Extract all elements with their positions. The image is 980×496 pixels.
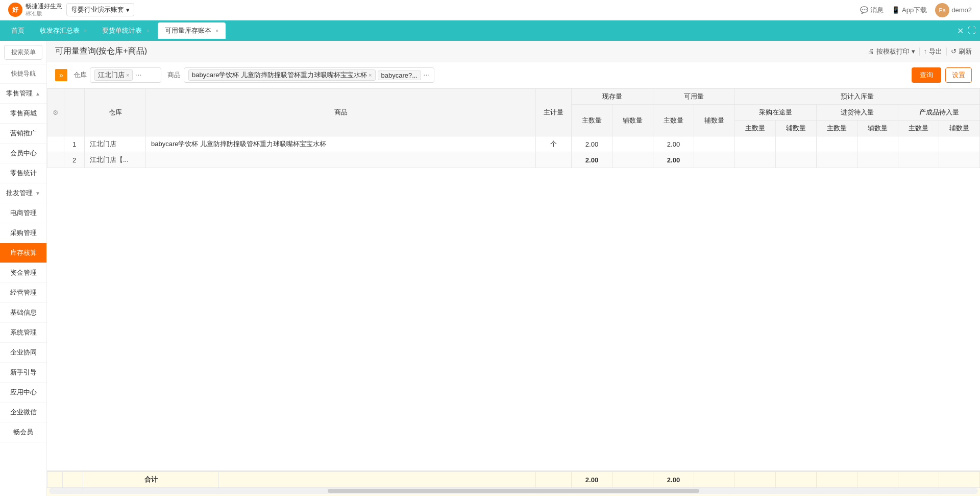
footer-num (63, 472, 83, 488)
sidebar: 搜索菜单 快捷导航 零售管理 ▲ 零售商城 营销推广 会员中心 零售统计 批发管… (0, 41, 47, 496)
tab-receive-label: 收发存汇总表 (40, 26, 80, 35)
filter-actions: 查询 设置 (912, 67, 972, 83)
sidebar-item-inventory-check-label: 库存核算 (10, 248, 37, 257)
tab-order-close[interactable]: × (146, 28, 149, 34)
tab-home[interactable]: 首页 (4, 22, 32, 39)
row1-production-main (898, 136, 939, 152)
print-btn[interactable]: 🖨 按模板打印 ▾ (868, 47, 915, 56)
tab-inventory[interactable]: 可用量库存账本 × (158, 22, 226, 39)
tab-order[interactable]: 要货单统计表 × (95, 22, 156, 39)
sidebar-item-vip[interactable]: 畅会员 (0, 422, 46, 442)
row1-warehouse: 江北门店 (85, 136, 146, 152)
gear-icon[interactable]: ⚙ (53, 109, 59, 116)
product-tag1-close[interactable]: × (369, 72, 372, 78)
col-incoming-header: 进货待入量 (817, 105, 898, 121)
message-btn[interactable]: 💬 消息 (860, 6, 884, 15)
sidebar-item-app-center-label: 应用中心 (10, 388, 37, 397)
row2-available-aux (694, 152, 735, 168)
row1-available-aux (694, 136, 735, 152)
warehouse-more-icon[interactable]: ··· (135, 70, 141, 80)
nav-expand-btn[interactable]: ⛶ (968, 26, 976, 35)
col-production-main-header: 主数量 (898, 121, 939, 136)
product-more-icon[interactable]: ··· (423, 70, 430, 80)
table-area: ⚙ 仓库 商品 主计量 现存量 (47, 88, 980, 470)
sidebar-search-area: 搜索菜单 (0, 41, 46, 64)
sidebar-item-marketing-label: 营销推广 (10, 129, 37, 138)
row2-current-main: 2.00 (572, 152, 612, 168)
row2-purchase-aux (776, 152, 817, 168)
nav-close-btn[interactable]: ✕ (957, 26, 964, 36)
sidebar-item-retail-mall[interactable]: 零售商城 (0, 104, 46, 124)
scrollbar-area[interactable] (49, 488, 978, 494)
search-menu-btn[interactable]: 搜索菜单 (4, 45, 42, 60)
tab-receive[interactable]: 收发存汇总表 × (33, 22, 94, 39)
product-tag2-text: babycare?... (381, 72, 418, 79)
row2-gear (47, 152, 64, 168)
row1-gear (47, 136, 64, 152)
row1-current-aux (612, 136, 653, 152)
tab-inventory-close[interactable]: × (215, 28, 218, 34)
scrollbar-thumb[interactable] (328, 489, 699, 493)
logo-area: 好 畅捷通好生意 标准版 (8, 3, 62, 17)
refresh-btn[interactable]: ↺ 刷新 (951, 47, 972, 56)
sidebar-item-retail-mgmt-label: 零售管理 (6, 89, 33, 98)
sidebar-item-basic-info[interactable]: 基础信息 (0, 303, 46, 323)
user-area[interactable]: Ea demo2 (935, 3, 972, 17)
settings-btn[interactable]: 设置 (945, 67, 972, 83)
sidebar-item-ecommerce[interactable]: 电商管理 (0, 203, 46, 223)
warehouse-tag-close[interactable]: × (126, 72, 129, 78)
sidebar-item-member[interactable]: 会员中心 (0, 144, 46, 163)
footer-available-aux (694, 472, 735, 488)
chevron-down-icon: ▾ (126, 6, 130, 14)
user-label: demo2 (951, 6, 972, 14)
sidebar-item-wholesale-mgmt[interactable]: 批发管理 ▼ (0, 183, 46, 203)
warehouse-filter-input[interactable]: 江北门店 × ··· (90, 67, 161, 83)
sidebar-item-retail-mgmt[interactable]: 零售管理 ▲ (0, 84, 46, 104)
sidebar-item-new-guide[interactable]: 新手引导 (0, 363, 46, 383)
industry-select[interactable]: 母婴行业演示账套 ▾ (66, 3, 134, 16)
export-btn[interactable]: ↑ 导出 (924, 47, 943, 56)
industry-select-label: 母婴行业演示账套 (71, 5, 124, 14)
footer-purchase-aux (776, 472, 817, 488)
page-actions: 🖨 按模板打印 ▾ ↑ 导出 ↺ 刷新 (868, 47, 972, 56)
sidebar-item-marketing[interactable]: 营销推广 (0, 124, 46, 144)
sidebar-item-operations-label: 经营管理 (10, 288, 37, 297)
product-filter-tag2: babycare?... (378, 70, 422, 80)
top-bar: 好 畅捷通好生意 标准版 母婴行业演示账套 ▾ 💬 消息 📱 App下载 Ea … (0, 0, 980, 20)
sidebar-item-operations[interactable]: 经营管理 (0, 283, 46, 303)
print-label: 按模板打印 (876, 47, 910, 56)
col-warehouse-header: 仓库 (85, 89, 146, 136)
table-footer: 合计 2.00 2.00 (47, 470, 980, 496)
row2-num: 2 (64, 152, 85, 168)
product-filter-input[interactable]: babycare学饮杯 儿童防摔防撞吸管杯重力球吸嘴杯宝宝水杯 × babyca… (184, 67, 434, 83)
logo-text: 畅捷通好生意 (26, 3, 62, 10)
app-download-btn[interactable]: 📱 App下载 (892, 6, 927, 15)
query-btn[interactable]: 查询 (912, 67, 941, 83)
print-icon: 🖨 (868, 48, 874, 55)
sidebar-item-purchase-label: 采购管理 (10, 228, 37, 238)
sidebar-item-wholesale-mgmt-label: 批发管理 (6, 188, 33, 198)
footer-unit (536, 472, 572, 488)
sidebar-item-retail-stats[interactable]: 零售统计 (0, 163, 46, 183)
sidebar-item-system[interactable]: 系统管理 (0, 323, 46, 343)
sidebar-quick-nav[interactable]: 快捷导航 (0, 64, 46, 84)
app-label: App下载 (902, 6, 927, 15)
filter-toggle-btn[interactable]: » (55, 69, 67, 81)
sidebar-item-purchase[interactable]: 采购管理 (0, 223, 46, 243)
sidebar-item-wechat[interactable]: 企业微信 (0, 403, 46, 422)
sidebar-item-app-center[interactable]: 应用中心 (0, 383, 46, 403)
tab-order-label: 要货单统计表 (102, 26, 142, 35)
sidebar-item-finance[interactable]: 资金管理 (0, 263, 46, 283)
footer-available-main: 2.00 (653, 472, 694, 488)
tab-inventory-label: 可用量库存账本 (165, 26, 211, 35)
logo-sub: 标准版 (26, 10, 62, 17)
col-planned-inbound-header: 预计入库量 (735, 89, 980, 105)
row2-unit (536, 152, 572, 168)
sidebar-item-retail-stats-label: 零售统计 (10, 169, 37, 178)
sidebar-item-inventory-check[interactable]: 库存核算 (0, 243, 46, 263)
col-product-header: 商品 (146, 89, 536, 136)
col-current-main-header: 主数量 (572, 105, 612, 136)
sidebar-item-enterprise[interactable]: 企业协同 (0, 343, 46, 363)
sidebar-nav: 零售管理 ▲ 零售商城 营销推广 会员中心 零售统计 批发管理 ▼ 电商管理 (0, 84, 46, 442)
tab-receive-close[interactable]: × (84, 28, 87, 34)
